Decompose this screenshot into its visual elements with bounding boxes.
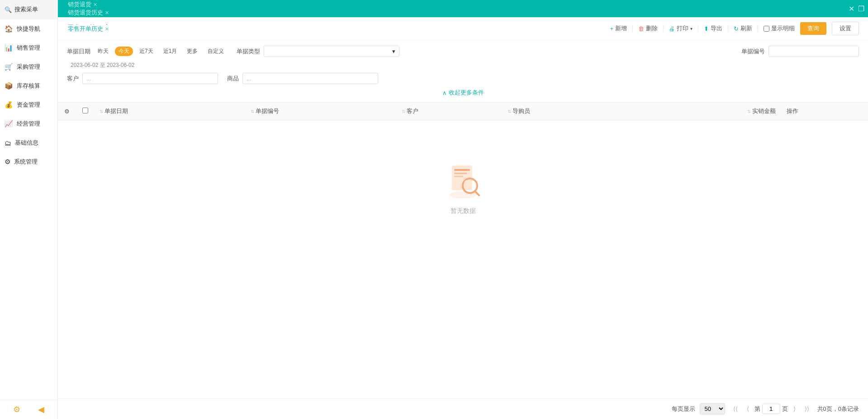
tab-bar-right: ✕ ❐ bbox=[849, 5, 864, 13]
product-filter: 商品 ... bbox=[227, 73, 378, 84]
select-all-checkbox[interactable] bbox=[82, 108, 88, 113]
sort-docno-icon[interactable]: ⇅ bbox=[251, 109, 254, 114]
date-opt-近7天[interactable]: 近7天 bbox=[136, 47, 157, 56]
delete-label: 删除 bbox=[646, 24, 658, 33]
customer-ellipsis: ... bbox=[86, 75, 91, 82]
settings-button[interactable]: 设置 bbox=[832, 22, 859, 35]
customer-filter: 客户 ... bbox=[67, 73, 218, 84]
next-page-btn[interactable]: ⟩ bbox=[790, 404, 799, 414]
query-button[interactable]: 查询 bbox=[800, 22, 826, 35]
tab-sales-return-history[interactable]: 销货退货历史✕ bbox=[62, 9, 115, 17]
sidebar-item-system[interactable]: ⚙系统管理 bbox=[0, 152, 57, 171]
divider5 bbox=[758, 25, 758, 32]
tab-retail-history[interactable]: 零售开单历史✕ bbox=[62, 25, 115, 33]
page-input[interactable] bbox=[762, 404, 780, 414]
tab-close-sales-return[interactable]: ✕ bbox=[93, 2, 97, 8]
print-button[interactable]: 🖨 打印 ▾ bbox=[669, 24, 693, 33]
sidebar-label-inventory: 库存核算 bbox=[17, 82, 40, 90]
show-detail-checkbox[interactable] bbox=[764, 26, 769, 32]
settings-icon[interactable]: ⚙ bbox=[13, 405, 20, 414]
add-button[interactable]: + 新增 bbox=[610, 24, 627, 33]
sidebar-item-quick-nav[interactable]: 🏠快捷导航 bbox=[0, 19, 57, 38]
main-content: 首页销售订单✕销货退货✕销货退货历史✕零售开单✕零售开单历史✕ ✕ ❐ 零售开单… bbox=[58, 0, 868, 419]
pagination: 每页显示 50 10 20 100 ⟨⟨ ⟨ 第 页 ⟩ ⟩⟩ 共0页，0条记录 bbox=[58, 398, 868, 419]
divider1 bbox=[632, 25, 633, 32]
collapse-button[interactable]: ∧ 收起更多条件 bbox=[442, 89, 484, 97]
refresh-icon: ↻ bbox=[734, 25, 739, 32]
sidebar-label-system: 系统管理 bbox=[14, 158, 38, 166]
doc-type-dropdown-icon: ▾ bbox=[392, 48, 395, 55]
sidebar-item-finance[interactable]: 💰资金管理 bbox=[0, 95, 57, 114]
sort-date-icon[interactable]: ⇅ bbox=[100, 109, 103, 114]
divider3 bbox=[698, 25, 698, 32]
doc-no-input[interactable] bbox=[768, 46, 859, 57]
print-icon: 🖨 bbox=[669, 25, 675, 32]
print-label: 打印 bbox=[677, 24, 688, 33]
col-salesperson: ⇅ 导购员 bbox=[502, 103, 631, 120]
product-ellipsis: ... bbox=[247, 75, 251, 82]
page-unit: 页 bbox=[782, 405, 788, 413]
sidebar-icon-operations: 📈 bbox=[5, 120, 13, 128]
prev-page-btn[interactable]: ⟨ bbox=[743, 404, 753, 414]
refresh-button[interactable]: ↻ 刷新 bbox=[734, 24, 752, 33]
sidebar-label-purchase-mgmt: 采购管理 bbox=[17, 63, 40, 71]
date-opt-昨天[interactable]: 昨天 bbox=[94, 47, 112, 56]
window-restore-icon[interactable]: ❐ bbox=[858, 5, 864, 13]
sidebar-item-sales-mgmt[interactable]: 📊销售管理 bbox=[0, 38, 57, 57]
product-input[interactable]: ... bbox=[242, 73, 378, 84]
tab-close-retail-open[interactable]: ✕ bbox=[93, 18, 97, 24]
sidebar-item-operations[interactable]: 📈经营管理 bbox=[0, 114, 57, 133]
tab-sales-return[interactable]: 销货退货✕ bbox=[62, 0, 115, 9]
per-page-label: 每页显示 bbox=[672, 405, 695, 413]
last-page-btn[interactable]: ⟩⟩ bbox=[801, 404, 813, 414]
customer-input[interactable]: ... bbox=[82, 73, 218, 84]
sidebar-icon-quick-nav: 🏠 bbox=[5, 25, 13, 33]
collapse-label: 收起更多条件 bbox=[449, 89, 484, 97]
svg-rect-2 bbox=[454, 169, 470, 171]
doc-type-select[interactable]: ▾ bbox=[264, 46, 399, 57]
header-actions: + 新增 🗑 删除 🖨 打印 ▾ ⬆ 导出 ↻ 刷新 bbox=[610, 22, 859, 35]
table-config-btn[interactable]: ⚙ bbox=[64, 108, 70, 115]
sidebar-icon-sales-mgmt: 📊 bbox=[5, 44, 13, 52]
add-icon: + bbox=[610, 25, 613, 32]
sidebar-item-inventory[interactable]: 📦库存核算 bbox=[0, 76, 57, 95]
col-docno: ⇅ 单据编号 bbox=[245, 103, 396, 120]
sidebar: 🔍 搜索采单 🏠快捷导航📊销售管理🛒采购管理📦库存核算💰资金管理📈经营管理🗂基础… bbox=[0, 0, 58, 419]
add-label: 新增 bbox=[615, 24, 627, 33]
date-opt-近1月[interactable]: 近1月 bbox=[160, 47, 181, 56]
tab-close-retail-history[interactable]: ✕ bbox=[105, 26, 109, 32]
per-page-select[interactable]: 50 10 20 100 bbox=[700, 403, 725, 414]
window-close-icon[interactable]: ✕ bbox=[849, 5, 854, 13]
sort-customer-icon[interactable]: ⇅ bbox=[402, 109, 405, 114]
collapse-sidebar-icon[interactable]: ◀ bbox=[38, 405, 44, 414]
sort-salesperson-icon[interactable]: ⇅ bbox=[508, 109, 511, 114]
search-icon: 🔍 bbox=[5, 6, 12, 13]
first-page-btn[interactable]: ⟨⟨ bbox=[730, 404, 741, 414]
date-opt-今天[interactable]: 今天 bbox=[115, 47, 133, 56]
customer-label: 客户 bbox=[67, 75, 79, 83]
divider4 bbox=[728, 25, 728, 32]
tab-label-sales-return-history: 销货退货历史 bbox=[68, 9, 103, 17]
divider2 bbox=[663, 25, 664, 32]
tab-retail-open[interactable]: 零售开单✕ bbox=[62, 17, 115, 25]
sort-amount-icon[interactable]: ⇅ bbox=[747, 109, 751, 114]
show-detail-checkbox-label[interactable]: 显示明细 bbox=[764, 24, 795, 33]
date-opt-自定义[interactable]: 自定义 bbox=[204, 47, 228, 56]
date-opt-更多[interactable]: 更多 bbox=[183, 47, 201, 56]
tab-close-sales-return-history[interactable]: ✕ bbox=[105, 10, 109, 16]
delete-icon: 🗑 bbox=[638, 25, 644, 32]
page-total: 共0页，0条记录 bbox=[817, 405, 859, 413]
export-button[interactable]: ⬆ 导出 bbox=[704, 24, 722, 33]
sidebar-item-basic-info[interactable]: 🗂基础信息 bbox=[0, 133, 57, 152]
empty-icon bbox=[441, 156, 486, 202]
col-amount: ⇅ 实销金额 bbox=[630, 103, 781, 120]
delete-button[interactable]: 🗑 删除 bbox=[638, 24, 658, 33]
empty-state: 暂无数据 bbox=[58, 120, 868, 251]
sidebar-search[interactable]: 🔍 搜索采单 bbox=[0, 0, 57, 19]
export-label: 导出 bbox=[711, 24, 722, 33]
sidebar-item-purchase-mgmt[interactable]: 🛒采购管理 bbox=[0, 57, 57, 76]
collapse-up-icon: ∧ bbox=[442, 89, 447, 96]
refresh-label: 刷新 bbox=[740, 24, 752, 33]
sidebar-label-quick-nav: 快捷导航 bbox=[17, 25, 40, 33]
print-dropdown-icon[interactable]: ▾ bbox=[690, 26, 693, 31]
